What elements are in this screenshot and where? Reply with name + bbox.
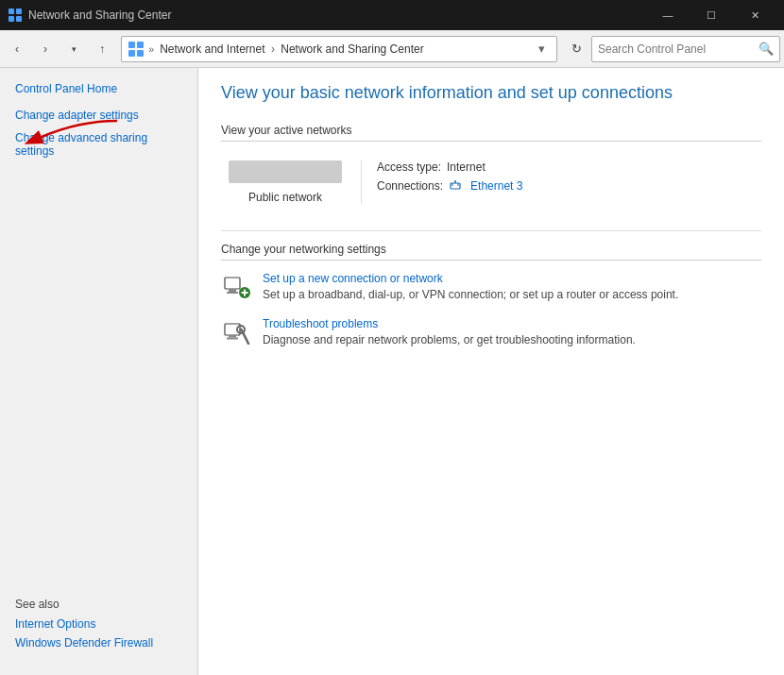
sidebar-item-internet-options[interactable]: Internet Options	[15, 615, 182, 633]
address-bar-icon	[128, 41, 145, 58]
svg-rect-1	[16, 8, 22, 14]
breadcrumb-arrow: ›	[271, 42, 278, 56]
see-also-title: See also	[15, 598, 182, 611]
sidebar-adapter-section: Change adapter settings	[0, 106, 197, 125]
svg-rect-6	[128, 50, 135, 57]
search-icon: 🔍	[758, 42, 774, 56]
active-networks-panel: Public network Access type: Internet Con…	[221, 153, 761, 211]
svg-rect-19	[229, 335, 236, 338]
troubleshoot-text: Troubleshoot problems Diagnose and repai…	[263, 317, 636, 346]
network-type: Public network	[248, 191, 322, 204]
svg-rect-3	[16, 16, 22, 22]
svg-point-23	[240, 329, 243, 331]
content-area: View your basic network information and …	[198, 68, 784, 675]
refresh-button[interactable]: ↻	[563, 36, 589, 62]
see-also-section: See also Internet Options Windows Defend…	[0, 586, 197, 664]
troubleshoot-icon	[221, 317, 251, 347]
new-connection-link[interactable]: Set up a new connection or network	[263, 272, 678, 285]
change-settings-header: Change your networking settings	[221, 243, 761, 261]
active-networks-header: View your active networks	[221, 124, 761, 142]
search-input[interactable]	[598, 42, 755, 56]
svg-rect-7	[137, 50, 144, 57]
close-button[interactable]: ✕	[733, 0, 776, 30]
ethernet-icon	[449, 179, 462, 193]
troubleshoot-desc: Diagnose and repair network problems, or…	[263, 333, 636, 346]
troubleshoot-item: Troubleshoot problems Diagnose and repai…	[221, 317, 761, 347]
restore-button[interactable]: ☐	[690, 0, 733, 30]
sidebar-item-control-panel-home[interactable]: Control Panel Home	[0, 79, 197, 98]
main-layout: Control Panel Home Change adapter settin…	[0, 68, 784, 675]
forward-button[interactable]: ›	[32, 36, 59, 62]
window-controls: — ☐ ✕	[646, 0, 776, 30]
connections-row: Connections: Ethernet 3	[377, 179, 522, 193]
connections-label: Connections:	[377, 179, 443, 193]
network-details: Access type: Internet Connections:	[362, 153, 537, 211]
new-connection-icon	[221, 272, 251, 302]
section-divider	[221, 230, 761, 231]
window-title: Network and Sharing Center	[28, 8, 646, 22]
address-bar[interactable]: » Network and Internet › Network and Sha…	[121, 36, 557, 62]
breadcrumb-separator: »	[148, 43, 154, 55]
svg-rect-12	[225, 278, 240, 289]
address-dropdown-button[interactable]: ▾	[532, 37, 551, 61]
new-connection-text: Set up a new connection or network Set u…	[263, 272, 678, 301]
page-title: View your basic network information and …	[221, 83, 761, 109]
svg-rect-20	[227, 338, 238, 340]
svg-rect-0	[9, 8, 14, 14]
sidebar-item-change-adapter[interactable]: Change adapter settings	[0, 106, 197, 125]
search-bar[interactable]: 🔍	[591, 36, 780, 62]
svg-rect-4	[128, 42, 135, 48]
new-connection-desc: Set up a broadband, dial-up, or VPN conn…	[263, 288, 678, 301]
back-button[interactable]: ‹	[4, 36, 30, 62]
troubleshoot-link[interactable]: Troubleshoot problems	[263, 317, 636, 330]
connections-value[interactable]: Ethernet 3	[470, 179, 522, 193]
breadcrumb-parent[interactable]: Network and Internet	[160, 42, 264, 56]
up-button[interactable]: ↑	[89, 36, 115, 62]
nav-bar: ‹ › ▾ ↑ » Network and Internet › Network…	[0, 30, 784, 68]
sidebar-item-windows-defender[interactable]: Windows Defender Firewall	[15, 633, 182, 652]
svg-rect-5	[137, 42, 144, 48]
new-connection-item: Set up a new connection or network Set u…	[221, 272, 761, 302]
breadcrumb: Network and Internet › Network and Shari…	[160, 42, 528, 56]
app-icon	[8, 8, 23, 23]
svg-rect-14	[227, 292, 238, 294]
change-settings-section: Change your networking settings	[221, 243, 761, 347]
svg-rect-13	[229, 289, 236, 292]
minimize-button[interactable]: —	[646, 0, 690, 30]
network-icon-placeholder	[229, 160, 342, 183]
access-type-value: Internet	[447, 160, 486, 174]
recent-locations-button[interactable]: ▾	[60, 36, 87, 62]
sidebar-item-advanced-sharing[interactable]: Change advanced sharing settings	[0, 128, 197, 160]
access-type-label: Access type:	[377, 160, 441, 174]
svg-rect-2	[9, 16, 14, 22]
access-type-row: Access type: Internet	[377, 160, 522, 174]
title-bar: Network and Sharing Center — ☐ ✕	[0, 0, 784, 30]
sidebar: Control Panel Home Change adapter settin…	[0, 68, 198, 675]
network-card: Public network	[221, 153, 361, 211]
breadcrumb-current: Network and Sharing Center	[281, 42, 423, 56]
